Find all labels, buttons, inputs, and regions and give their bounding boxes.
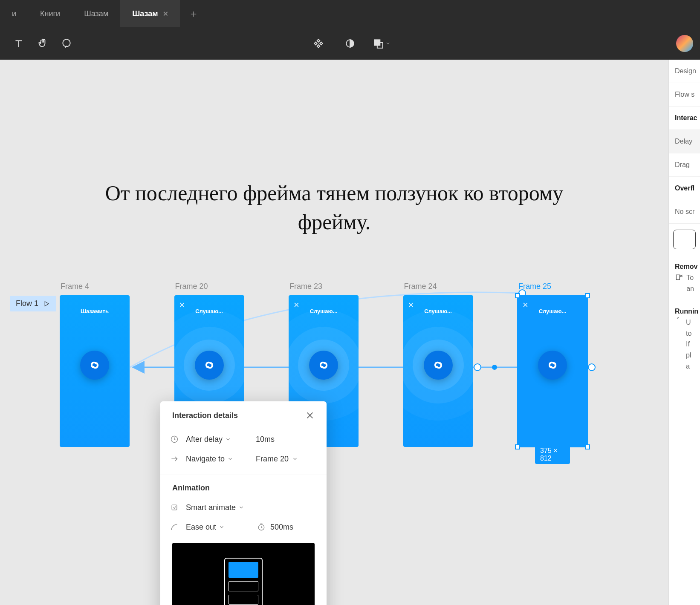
shazam-icon: [195, 351, 224, 380]
frame-wrap-4: Frame 25 × Слушаю... 375 × 812: [518, 282, 587, 447]
trigger-value[interactable]: 10ms: [256, 435, 275, 444]
close-icon: ×: [408, 300, 414, 311]
animation-heading: Animation: [160, 481, 327, 498]
canvas[interactable]: От последнего фрейма тянем ползунок ко в…: [0, 60, 668, 605]
sidebar-running-text: U to If pl a: [686, 317, 691, 372]
selection-handle[interactable]: [585, 293, 590, 298]
add-tab-button[interactable]: ＋: [180, 0, 207, 27]
selection-handle[interactable]: [585, 444, 590, 449]
action-label: Navigate to: [186, 455, 225, 464]
sidebar-design-tab[interactable]: Design: [669, 60, 700, 83]
text-tool[interactable]: [7, 32, 31, 55]
sidebar-no-scroll[interactable]: No scr: [669, 200, 700, 224]
duration-icon: [256, 521, 267, 533]
avatar[interactable]: [676, 35, 693, 52]
trigger-label: After delay: [186, 435, 223, 444]
arrow-right-icon: [169, 453, 180, 464]
play-icon: [43, 300, 50, 308]
close-panel-icon[interactable]: [305, 411, 315, 420]
selection-handle[interactable]: [515, 293, 520, 298]
trigger-row[interactable]: After delay 10ms: [160, 429, 327, 449]
easing-row[interactable]: Ease out 500ms: [160, 517, 327, 537]
shazam-icon: [80, 351, 109, 380]
selection-dimensions: 375 × 812: [535, 445, 570, 464]
clock-icon: [169, 434, 180, 445]
components-icon[interactable]: [307, 32, 330, 55]
sidebar-remove-text: Toan: [686, 272, 694, 294]
chevron-down-icon: [227, 456, 233, 462]
sidebar-running-heading: Runnin: [669, 300, 700, 317]
sidebar-remove-heading: Remov: [669, 255, 700, 272]
chevron-down-icon: [225, 436, 231, 442]
smart-animate-icon: [169, 502, 180, 513]
flow-start-label[interactable]: Flow 1: [10, 296, 56, 311]
sidebar-drag-row[interactable]: Drag: [669, 153, 700, 177]
tab-0[interactable]: и: [0, 0, 28, 27]
panel-title: Interaction details: [172, 411, 238, 420]
selection-handle[interactable]: [515, 444, 520, 449]
action-value[interactable]: Frame 20: [256, 455, 289, 464]
frame-wrap-0: Frame 4 Шазамить: [60, 282, 130, 447]
svg-point-9: [588, 364, 595, 371]
interaction-details-panel[interactable]: Interaction details After delay 10ms Nav…: [160, 401, 327, 605]
close-icon: ×: [294, 300, 299, 311]
page-heading: От последнего фрейма тянем ползунок ко в…: [70, 179, 599, 236]
frame-label[interactable]: Frame 23: [289, 282, 359, 291]
shazam-icon: [424, 351, 453, 380]
easing-label: Ease out: [186, 523, 216, 532]
close-tab-icon[interactable]: ×: [163, 9, 168, 19]
duration-value[interactable]: 500ms: [270, 523, 293, 532]
frame-label[interactable]: Frame 20: [175, 282, 244, 291]
action-row[interactable]: Navigate to Frame 20: [160, 449, 327, 469]
animation-preview: [172, 543, 315, 605]
svg-rect-13: [676, 275, 680, 279]
svg-rect-11: [172, 505, 177, 510]
remove-interaction-icon[interactable]: [675, 272, 683, 282]
shazam-icon: [538, 351, 567, 380]
frame-25[interactable]: × Слушаю...: [518, 295, 587, 447]
sidebar-overflow-section: Overfl: [669, 177, 700, 200]
close-icon: ×: [523, 300, 528, 311]
sidebar-interactions-section[interactable]: Interac: [669, 107, 700, 130]
chevron-down-icon: [219, 524, 225, 530]
frame-title: Шазамить: [81, 308, 109, 314]
frame-label[interactable]: Frame 4: [61, 282, 130, 291]
sidebar-button[interactable]: [673, 230, 696, 249]
mask-icon[interactable]: [338, 32, 362, 55]
frame-4[interactable]: Шазамить: [60, 295, 130, 447]
frame-label[interactable]: Frame 24: [404, 282, 473, 291]
tab-3[interactable]: Шазам ×: [120, 0, 180, 27]
toolbar: [0, 27, 700, 60]
animation-type-row[interactable]: Smart animate: [160, 498, 327, 517]
frame-title: Слушаю...: [539, 308, 567, 314]
frame-24[interactable]: × Слушаю...: [403, 295, 473, 447]
comment-tool[interactable]: [55, 32, 78, 55]
boolean-icon[interactable]: [370, 32, 393, 55]
animation-type: Smart animate: [186, 503, 236, 512]
shazam-icon: [309, 351, 338, 380]
close-icon: ×: [179, 300, 185, 311]
tab-2[interactable]: Шазам: [72, 0, 120, 27]
main: От последнего фрейма тянем ползунок ко в…: [0, 60, 700, 605]
chevron-down-icon: [292, 456, 298, 462]
svg-point-0: [63, 39, 70, 46]
ease-curve-icon: [169, 521, 180, 533]
hand-tool[interactable]: [31, 32, 55, 55]
sidebar-flow-section[interactable]: Flow s: [669, 83, 700, 107]
play-outline-icon[interactable]: [675, 317, 683, 325]
tab-1[interactable]: Книги: [28, 0, 72, 27]
chevron-down-icon: [238, 504, 244, 510]
frame-label-selected[interactable]: Frame 25: [518, 282, 587, 291]
frame-wrap-3: Frame 24 × Слушаю...: [403, 282, 473, 447]
right-sidebar: Design Flow s Interac Delay Drag Overfl …: [668, 60, 700, 605]
tab-bar: и Книги Шазам Шазам × ＋: [0, 0, 700, 27]
flow-label-text: Flow 1: [16, 299, 38, 308]
sidebar-delay-row[interactable]: Delay: [669, 130, 700, 153]
